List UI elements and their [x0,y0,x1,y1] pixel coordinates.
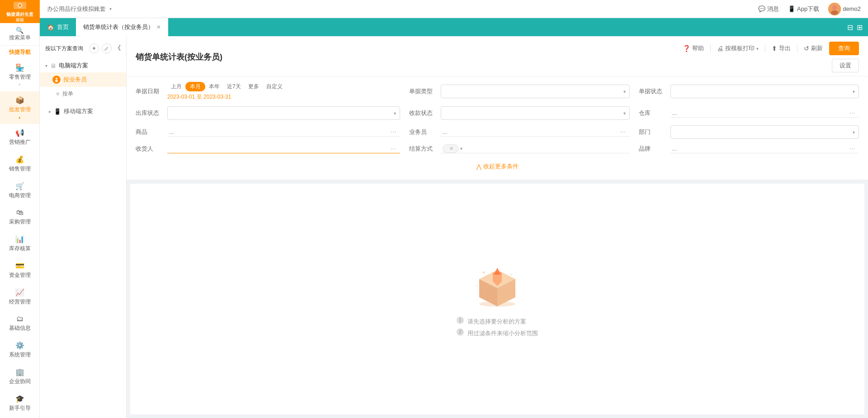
app-logo[interactable]: 畅捷通好生意 标版 [0,0,40,23]
add-scheme-btn[interactable]: + [89,43,99,53]
goods-input[interactable] [169,128,389,135]
sidebar-item-sales[interactable]: 💰 销售管理 [0,151,39,177]
tab-close-btn[interactable]: ✕ [156,24,161,30]
order-scheme-label: 按单 [62,90,73,98]
tab-report[interactable]: 销货单统计表（按业务员） ✕ [76,18,168,36]
left-panel: 按以下方案查询 + 《 ▾ 🖥 电脑端方案 [40,36,127,418]
dept-label: 部门 [639,128,670,136]
date-tab-last7days[interactable]: 近7天 [223,82,245,91]
sidebar-item-retail[interactable]: 🏪 零售管理 ▾ [0,59,39,91]
payment-method-tag: ✕ [443,144,458,153]
tab-expand-icon[interactable]: ⊞ [857,23,863,32]
tab-home-label: 首页 [57,23,69,31]
ship-status-select[interactable]: ▾ [167,106,400,120]
dept-select[interactable]: ▾ [670,125,859,139]
doc-type-arrow: ▾ [623,89,626,94]
brand-dots[interactable]: ··· [848,145,857,153]
payment-status-select[interactable]: ▾ [441,106,630,120]
export-label: 导出 [779,44,791,52]
divider1 [710,45,711,52]
tab-minimize-icon[interactable]: ⊟ [847,23,853,32]
sidebar-item-basic[interactable]: 🗂 基础信息 [0,310,39,337]
tabbar-expand: ⊟ ⊞ [847,23,868,32]
payment-method-label: 结算方式 [409,145,441,153]
filter-row-4: 收货人 ··· 结算方式 ✕ [136,144,859,153]
mobile-section-title[interactable]: ▸ 📱 移动端方案 [40,104,126,118]
topbar: 办公用品行业模拟账套 ▾ 💬 消息 📱 App下载 de [40,0,868,18]
payment-method-arrow: ▾ [460,146,462,151]
breadcrumb-dropdown[interactable]: ▾ [109,6,112,11]
refresh-btn[interactable]: ↺ 刷新 [804,44,823,52]
template-print-label: 按模板打印 [725,44,755,52]
warehouse-input[interactable] [672,109,848,116]
date-tabs: 上月 本月 本年 近7天 更多 自定义 [167,82,400,91]
filter-salesperson: 业务员 ··· [409,128,630,137]
query-button[interactable]: 查询 [829,42,859,55]
filter-warehouse: 仓库 ··· [639,109,859,118]
edit-scheme-btn[interactable] [102,43,112,53]
svg-point-4 [832,5,837,10]
app-download-btn[interactable]: 📱 App下载 [788,5,819,13]
doc-type-select[interactable]: ▾ [441,85,630,98]
sidebar-item-purchase[interactable]: 🛍 采购管理 [0,204,39,230]
template-print-btn[interactable]: 🖨 按模板打印 ▾ [717,44,759,52]
settings-button[interactable]: 设置 [832,59,859,72]
left-panel-item-order[interactable]: ≡ 按单 [40,87,126,101]
mobile-section-label: 移动端方案 [64,107,93,115]
date-tab-this-year[interactable]: 本年 [205,82,223,91]
sidebar-item-inventory[interactable]: 📊 库存核算 [0,230,39,257]
date-tab-custom[interactable]: 自定义 [263,82,286,91]
salesperson-input[interactable] [443,128,618,135]
help-btn[interactable]: ❓ 帮助 [683,44,704,52]
payment-method-clear-btn[interactable]: ✕ [449,146,453,152]
desktop-section-title[interactable]: ▾ 🖥 电脑端方案 [40,59,126,72]
sidebar-item-ecommerce[interactable]: 🛒 电商管理 [0,177,39,204]
sidebar-item-label: 销售管理 [9,165,31,173]
sidebar-item-marketing[interactable]: 📢 营销推广 [0,124,39,151]
consignee-dots[interactable]: ··· [389,145,398,153]
sidebar-item-operations[interactable]: 📈 经营管理 [0,284,39,310]
divider3 [797,45,797,52]
goods-dots[interactable]: ··· [389,128,398,136]
topbar-left: 办公用品行业模拟账套 ▾ [47,5,112,13]
salesperson-dots[interactable]: ··· [618,128,627,136]
sidebar-item-wholesale[interactable]: 📦 批发管理 ▴ [0,91,39,124]
username-label: demo2 [843,5,861,12]
filter-area: 单据日期 上月 本月 本年 近7天 更多 自定义 2023-03-01 至 20… [127,76,868,180]
refresh-icon: ↺ [804,45,809,52]
left-panel-item-salesperson[interactable]: 按业务员 [40,72,126,87]
warehouse-dots[interactable]: ··· [848,109,857,117]
date-tab-this-month[interactable]: 本月 [185,82,205,91]
sidebar-item-label: 资金管理 [9,271,31,279]
sidebar-search[interactable]: 🔍 搜索菜单 [0,23,39,46]
filter-ship-status: 出库状态 ▾ [136,106,400,120]
sidebar-item-enterprise[interactable]: 🏢 企业协同 [0,363,39,390]
desktop-arrow-icon: ▾ [45,63,47,68]
active-indicator [52,76,61,84]
left-panel-collapse-btn[interactable]: 《 [114,44,121,52]
help-label: 帮助 [692,44,704,52]
message-btn[interactable]: 💬 消息 [758,5,779,13]
filter-dept: 部门 ▾ [639,125,859,139]
sidebar-quick-nav: 快捷导航 [0,46,39,59]
tab-home[interactable]: 🏠 首页 [40,18,76,36]
sidebar-item-finance[interactable]: 💳 资金管理 [0,257,39,284]
mobile-section: ▸ 📱 移动端方案 [40,103,126,120]
svg-point-7 [55,80,58,82]
sidebar-item-system[interactable]: ⚙️ 系统管理 [0,337,39,363]
sidebar-item-newbie[interactable]: 🎓 新手引导 [0,390,39,417]
brand-input[interactable] [672,145,848,152]
svg-point-16 [510,274,512,276]
filter-consignee: 收货人 ··· [136,145,400,153]
user-profile-btn[interactable]: demo2 [828,3,861,15]
date-tab-last-month[interactable]: 上月 [167,82,185,91]
doc-status-select[interactable]: ▾ [670,85,859,98]
salesperson-label: 业务员 [409,128,441,136]
consignee-input[interactable] [169,145,389,152]
dept-arrow: ▾ [853,130,855,135]
page-header-top: 销货单统计表(按业务员) [136,52,222,62]
date-range-display: 2023-03-01 至 2023-03-31 [167,93,400,101]
date-tab-more[interactable]: 更多 [245,82,263,91]
collapse-btn[interactable]: ⋀ 收起更多条件 [136,159,859,174]
export-btn[interactable]: ⬆ 导出 [772,44,791,52]
